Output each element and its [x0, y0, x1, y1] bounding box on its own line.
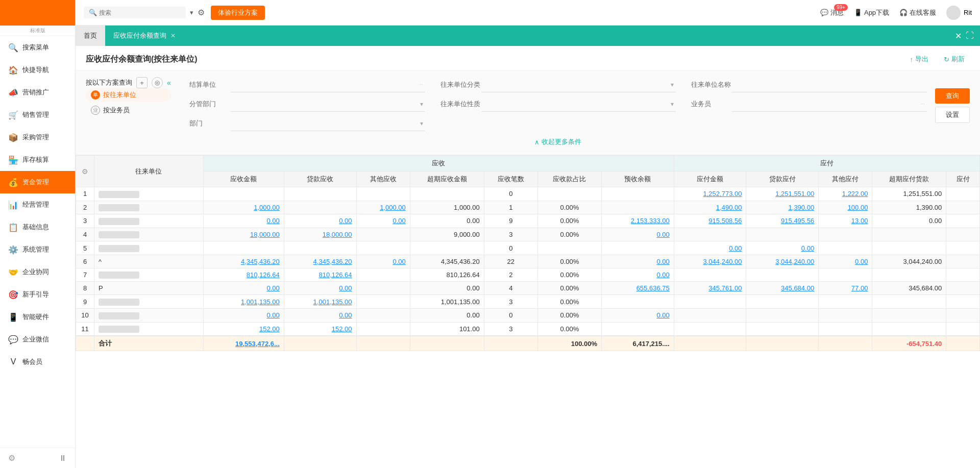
sidebar-nav: 🔍搜索菜单 🏠快捷导航 📣营销推广 🛒销售管理 📦采购管理 🏪库存核算 💰资金管…	[0, 36, 75, 448]
collapse-icon: ∧	[534, 138, 540, 146]
col-yf-dk: 贷款应付	[746, 171, 819, 187]
filter-collapse-more[interactable]: ∧ 收起更多条件	[189, 133, 927, 149]
topbar-search-box: 🔍	[84, 7, 186, 18]
sidebar-item-ops[interactable]: 📊经营管理	[0, 193, 75, 216]
table-row: 8P0.000.000.0040.00%655,636.75345,761.00…	[76, 282, 980, 295]
topbar-dropdown-arrow[interactable]: ▾	[190, 9, 193, 16]
col-yf-qt: 其他应付	[819, 171, 872, 187]
tab-bar-actions: ✕ ⛶	[949, 26, 980, 46]
member-icon: V	[8, 357, 18, 367]
unit-name-input[interactable]	[732, 77, 927, 92]
sidebar-item-marketing[interactable]: 📣营销推广	[0, 81, 75, 104]
col-yf-amount: 应付金额	[674, 171, 746, 187]
sidebar-edition: 标准版	[0, 26, 75, 36]
table-row: 21,000.001,000.001,000.0010.00%1,490.001…	[76, 201, 980, 214]
footer-pre-total: 6,417,215....	[602, 336, 674, 351]
topbar-app-download[interactable]: 📱 App下载	[854, 8, 889, 17]
finance-icon: 💰	[8, 177, 18, 187]
cell-unit	[94, 241, 204, 255]
table-row: 6^4,345,436.204,345,436.200.004,345,436.…	[76, 255, 980, 268]
sidebar-item-search[interactable]: 🔍搜索菜单	[0, 36, 75, 59]
cell-unit	[94, 201, 204, 214]
hardware-icon: 📱	[8, 312, 18, 322]
col-ys-qt: 其他应收	[356, 171, 410, 187]
tab-receivable[interactable]: 应收应付余额查询 ✕	[105, 26, 184, 46]
tab-maximize-icon[interactable]: ⛶	[966, 31, 974, 40]
guide-icon: 🎯	[8, 289, 18, 300]
topbar-user[interactable]: Rit	[946, 6, 972, 20]
filter-nav-by-unit[interactable]: 单 按往来单位	[86, 88, 171, 102]
page-title: 应收应付余额查询(按往来单位)	[86, 54, 198, 65]
tab-close-icon[interactable]: ✕	[170, 32, 176, 39]
cell-unit	[94, 322, 204, 336]
settings-button[interactable]: 设置	[935, 107, 970, 123]
message-icon: 💬	[820, 9, 828, 16]
filter-nav: 单 按往来单位 业 按业务员	[86, 88, 171, 117]
topbar-message[interactable]: 💬 消息 99+	[820, 8, 844, 17]
filter-setting-button[interactable]: ◎	[152, 77, 163, 88]
query-button[interactable]: 查询	[935, 88, 970, 104]
ops-icon: 📊	[8, 200, 18, 210]
collab-icon: 🤝	[8, 267, 18, 277]
search-input[interactable]	[99, 9, 181, 16]
sidebar: 畅 畅捷通账 标准版 🔍搜索菜单 🏠快捷导航 📣营销推广 🛒销售管理 📦采购管理…	[0, 0, 76, 468]
topbar-promo-button[interactable]: 体验行业方案	[211, 6, 265, 20]
sidebar-item-nav[interactable]: 🏠快捷导航	[0, 59, 75, 81]
sidebar-item-guide[interactable]: 🎯新手引导	[0, 283, 75, 306]
table-footer-row: 合计 19,553,472,6... 100.00% 6,417,215....…	[76, 336, 980, 351]
salesman-input[interactable]: ···	[732, 96, 927, 112]
col-group-yingfu: 应付	[674, 156, 979, 171]
sidebar-label: 经营管理	[22, 200, 49, 209]
sidebar-item-sales[interactable]: 🛒销售管理	[0, 104, 75, 126]
search-icon: 🔍	[8, 42, 18, 53]
sales-icon: 🛒	[8, 110, 18, 120]
filter-collapse-left[interactable]: «	[167, 79, 171, 87]
sidebar-label: 企业协同	[22, 267, 49, 277]
filter-add-button[interactable]: +	[136, 77, 148, 88]
sidebar-label: 基础信息	[22, 223, 49, 232]
sidebar-item-finance[interactable]: 💰资金管理	[0, 171, 75, 193]
filter-fields-area: 结算单位 ··· 往来单位分类 ▾ 往来单位名称	[189, 77, 927, 149]
sidebar-item-collab[interactable]: 🤝企业协同	[0, 261, 75, 283]
sidebar-label: 企业微信	[22, 335, 49, 344]
collapse-sidebar-icon[interactable]: ⏸	[59, 454, 67, 463]
sidebar-label: 智能硬件	[22, 312, 49, 322]
tab-bar: 首页 应收应付余额查询 ✕ ✕ ⛶	[76, 26, 980, 46]
footer-label: 合计	[94, 336, 204, 351]
refresh-button[interactable]: ↻ 刷新	[939, 52, 970, 66]
sidebar-label: 资金管理	[22, 178, 49, 187]
col-ys-ratio: 应收款占比	[537, 171, 601, 187]
sidebar-item-member[interactable]: V畅会员	[0, 351, 75, 373]
page-header: 应收应付余额查询(按往来单位) ↑ 导出 ↻ 刷新	[76, 46, 980, 71]
sidebar-item-purchase[interactable]: 📦采购管理	[0, 126, 75, 149]
sidebar-label: 快捷导航	[22, 65, 49, 75]
col-group-yingshou: 应收	[203, 156, 674, 171]
filter-nav-by-staff[interactable]: 业 按业务员	[86, 104, 171, 117]
topbar-online-service[interactable]: 🎧 在线客服	[899, 8, 936, 17]
export-button[interactable]: ↑ 导出	[905, 52, 934, 66]
col-ys-amount: 应收金额	[203, 171, 284, 187]
col-ys-pre: 预收余额	[602, 171, 674, 187]
refresh-icon: ↻	[944, 56, 949, 63]
filter-field-unit-category: 往来单位分类 ▾	[440, 77, 676, 92]
department-input[interactable]: ▾	[230, 116, 425, 131]
unit-category-input[interactable]: ▾	[481, 77, 676, 92]
page-header-actions: ↑ 导出 ↻ 刷新	[905, 52, 970, 66]
settlement-input[interactable]: ···	[230, 77, 425, 92]
tab-close-window-icon[interactable]: ✕	[955, 31, 962, 41]
unit-nature-input[interactable]: ▾	[481, 96, 676, 112]
table-row: 91,001,135.001,001,135.001,001,135.0030.…	[76, 295, 980, 309]
sidebar-label: 库存核算	[22, 155, 49, 164]
sidebar-item-base[interactable]: 📋基础信息	[0, 216, 75, 238]
dept-input[interactable]: ▾	[230, 96, 425, 112]
sidebar-item-inventory[interactable]: 🏪库存核算	[0, 149, 75, 171]
settings-footer-icon[interactable]: ⚙	[8, 453, 15, 463]
topbar-gear-icon[interactable]: ⚙	[198, 8, 205, 17]
logo-main: 畅捷通账	[78, 0, 85, 247]
cell-unit: P	[94, 282, 204, 295]
filter-field-dept: 分管部门 ▾	[189, 96, 425, 112]
sidebar-item-system[interactable]: ⚙️系统管理	[0, 238, 75, 261]
topbar: 🔍 ▾ ⚙ 体验行业方案 💬 消息 99+ 📱 App下载 🎧 在线客服 Rit	[76, 0, 980, 26]
sidebar-item-wechat[interactable]: 💬企业微信	[0, 328, 75, 351]
sidebar-item-hardware[interactable]: 📱智能硬件	[0, 306, 75, 328]
